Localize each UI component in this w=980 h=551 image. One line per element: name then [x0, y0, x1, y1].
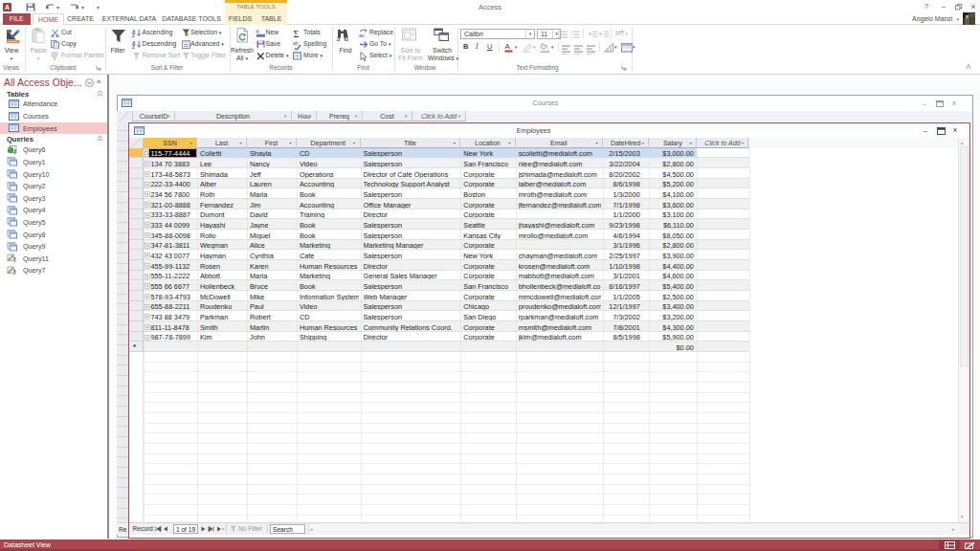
- svg-text:3: 3: [570, 36, 572, 40]
- svg-text:ab: ab: [293, 40, 299, 46]
- svg-text:Σ: Σ: [294, 29, 300, 38]
- svg-text:▾: ▾: [56, 5, 59, 11]
- svg-text:!: !: [14, 256, 16, 263]
- svg-text:Z: Z: [132, 33, 135, 37]
- svg-text:!: !: [14, 268, 16, 275]
- svg-text:Z: Z: [132, 44, 135, 49]
- svg-text:A: A: [5, 4, 10, 11]
- svg-text:!: !: [14, 147, 16, 154]
- svg-text:*: *: [222, 527, 225, 532]
- svg-text:ac: ac: [359, 33, 365, 37]
- svg-text:A: A: [505, 42, 511, 51]
- svg-text:▾: ▾: [81, 5, 84, 11]
